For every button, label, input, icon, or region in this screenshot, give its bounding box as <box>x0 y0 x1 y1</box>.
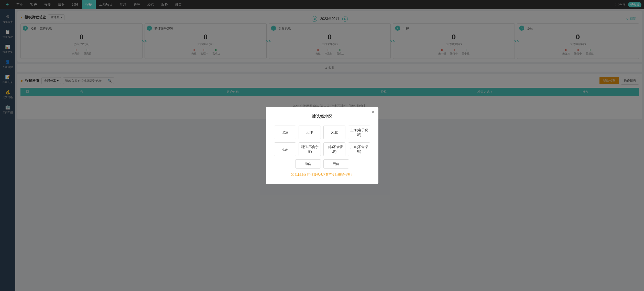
region-grid-row3: 海南云南 <box>274 159 370 169</box>
region-btn-海南[interactable]: 海南 <box>295 159 321 169</box>
region-grid-row1: 北京天津河北上海(电子税局) <box>274 126 370 139</box>
region-btn-北京[interactable]: 北京 <box>274 126 296 139</box>
modal-overlay: ✕ 请选择地区 北京天津河北上海(电子税局) 江苏浙江(不含宁波)山东(不含青岛… <box>0 0 644 291</box>
region-btn-江苏[interactable]: 江苏 <box>274 142 296 156</box>
region-btn-山东(不含青岛)[interactable]: 山东(不含青岛) <box>323 142 346 156</box>
region-modal: ✕ 请选择地区 北京天津河北上海(电子税局) 江苏浙江(不含宁波)山东(不含青岛… <box>266 107 378 184</box>
region-btn-天津[interactable]: 天津 <box>299 126 321 139</box>
region-btn-浙江(不含宁波)[interactable]: 浙江(不含宁波) <box>299 142 321 156</box>
warning-icon: ⓘ <box>291 173 294 177</box>
modal-warning: ⓘ 除以上地区外其他地区暂不支持报税检查！ <box>274 173 370 177</box>
region-grid-row2: 江苏浙江(不含宁波)山东(不含青岛)广东(不含深圳) <box>274 142 370 156</box>
modal-close-btn[interactable]: ✕ <box>371 110 375 115</box>
modal-title: 请选择地区 <box>274 114 370 119</box>
region-btn-云南[interactable]: 云南 <box>323 159 349 169</box>
region-btn-广东(不含深圳)[interactable]: 广东(不含深圳) <box>348 142 370 156</box>
region-btn-河北[interactable]: 河北 <box>323 126 346 139</box>
region-btn-上海(电子税局)[interactable]: 上海(电子税局) <box>348 126 370 139</box>
